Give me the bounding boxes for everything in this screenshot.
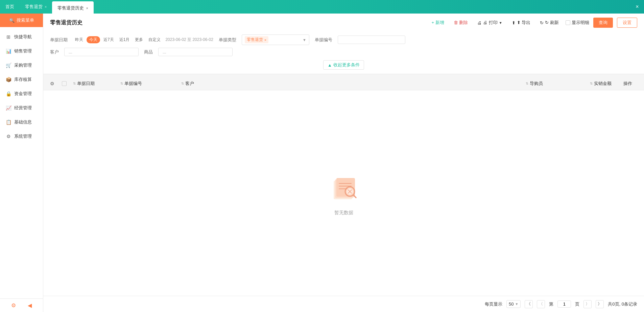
customer-filter-select[interactable]: ...	[64, 48, 139, 56]
sort-icon-customer: ⇅	[181, 82, 184, 85]
th-guide-label: 导购员	[530, 81, 543, 87]
tab-retail-return[interactable]: 零售退货 ×	[20, 0, 52, 14]
th-date-label: 单据日期	[77, 81, 95, 87]
settings-button[interactable]: 设置	[617, 18, 637, 28]
page-unit: 页	[575, 301, 579, 307]
collapse-button[interactable]: ▲ 收起更多条件	[323, 60, 364, 70]
new-button[interactable]: + 新增	[429, 18, 447, 27]
sidebar-item-quick-nav-label: 快捷导航	[14, 34, 32, 40]
collapse-sidebar-icon[interactable]: ◀	[28, 302, 32, 309]
page-label: 第	[549, 301, 553, 307]
sidebar-item-system-mgmt-label: 系统管理	[14, 133, 32, 139]
collapse-row: ▲ 收起更多条件	[50, 59, 637, 70]
print-label: 🖨 打印	[483, 20, 498, 26]
page-title-bar: 零售退货历史 + 新增 🗑 删除 🖨 🖨 打印 ▼ ⬆ ⬆ 导出 ↻	[50, 18, 637, 28]
date-btn-7days[interactable]: 近7天	[101, 36, 116, 43]
date-btn-custom[interactable]: 自定义	[146, 36, 163, 43]
export-button[interactable]: ⬆ ⬆ 导出	[509, 18, 533, 27]
sidebar-search[interactable]: 🔍 搜索菜单	[0, 14, 43, 27]
th-docnum[interactable]: ⇅ 单据编号	[118, 81, 178, 87]
type-filter-label: 单据类型	[219, 37, 236, 43]
top-bar: 首页 零售退货 × 零售退货历史 × ×	[0, 0, 644, 14]
tab-retail-return-history-close[interactable]: ×	[86, 6, 88, 10]
finance-icon: 🔒	[5, 91, 11, 97]
th-action-label: 操作	[623, 81, 632, 87]
export-icon: ⬆	[512, 20, 516, 25]
sidebar-item-basic-info-label: 基础信息	[14, 119, 32, 125]
show-detail-checkbox[interactable]	[566, 20, 570, 25]
select-all-checkbox[interactable]	[62, 81, 67, 86]
docnum-filter-input[interactable]	[338, 36, 405, 44]
content-area: 零售退货历史 + 新增 🗑 删除 🖨 🖨 打印 ▼ ⬆ ⬆ 导出 ↻	[43, 14, 644, 312]
sidebar-item-basic-info[interactable]: 📋 基础信息	[0, 115, 43, 129]
goods-filter-select[interactable]: ...	[158, 48, 233, 56]
tab-retail-return-history[interactable]: 零售退货历史 ×	[52, 1, 93, 15]
sidebar-item-sales-mgmt[interactable]: 📊 销售管理	[0, 44, 43, 58]
refresh-label: ↻ 刷新	[545, 20, 559, 26]
per-page-value: 50	[509, 302, 514, 307]
last-page-button[interactable]: 》	[596, 300, 604, 308]
first-page-button[interactable]: 《	[525, 300, 533, 308]
date-btn-yesterday[interactable]: 昨天	[73, 36, 85, 43]
docnum-filter-label: 单据编号	[315, 37, 332, 43]
date-filter-label: 单据日期	[50, 37, 68, 43]
page-header: 零售退货历史 + 新增 🗑 删除 🖨 🖨 打印 ▼ ⬆ ⬆ 导出 ↻	[43, 14, 644, 74]
date-btn-more[interactable]: 更多	[133, 36, 145, 43]
tab-retail-return-close[interactable]: ×	[45, 5, 47, 9]
refresh-button[interactable]: ↻ ↻ 刷新	[537, 18, 562, 27]
table-container: ⚙ ⇅ 单据日期 ⇅ 单据编号 ⇅ 客户 ⇅ 导购员	[43, 77, 644, 312]
sidebar-search-label: 搜索菜单	[17, 17, 34, 23]
print-button[interactable]: 🖨 🖨 打印 ▼	[475, 18, 505, 27]
th-customer-label: 客户	[185, 81, 194, 87]
th-docnum-label: 单据编号	[124, 81, 142, 87]
main-layout: 🔍 搜索菜单 ⊞ 快捷导航 📊 销售管理 🛒 采购管理 📦 库存核算 🔒	[0, 14, 644, 312]
customer-filter-label: 客户	[50, 49, 59, 55]
tab-home[interactable]: 首页	[0, 0, 20, 14]
prev-page-button[interactable]: 〈	[537, 300, 545, 308]
purchase-mgmt-icon: 🛒	[5, 62, 11, 68]
settings-bottom-icon[interactable]: ⚙	[11, 302, 16, 309]
print-icon: 🖨	[477, 20, 482, 25]
window-close-button[interactable]: ×	[630, 0, 644, 14]
page-number-input[interactable]	[557, 300, 571, 308]
th-guide[interactable]: ⇅ 导购员	[523, 81, 574, 87]
toolbar: + 新增 🗑 删除 🖨 🖨 打印 ▼ ⬆ ⬆ 导出 ↻ ↻ 刷新	[429, 18, 637, 28]
sidebar: 🔍 搜索菜单 ⊞ 快捷导航 📊 销售管理 🛒 采购管理 📦 库存核算 🔒	[0, 14, 43, 312]
th-amount[interactable]: ⇅ 实销金额	[574, 81, 614, 87]
table-header: ⚙ ⇅ 单据日期 ⇅ 单据编号 ⇅ 客户 ⇅ 导购员	[43, 77, 644, 90]
next-page-button[interactable]: 〉	[583, 300, 592, 308]
th-date[interactable]: ⇅ 单据日期	[70, 81, 118, 87]
sidebar-item-purchase-mgmt[interactable]: 🛒 采购管理	[0, 58, 43, 72]
sidebar-item-quick-nav[interactable]: ⊞ 快捷导航	[0, 30, 43, 44]
per-page-select[interactable]: 50 ▼	[506, 300, 521, 308]
date-btn-1month[interactable]: 近1月	[117, 36, 132, 43]
sidebar-item-system-mgmt[interactable]: ⚙ 系统管理	[0, 129, 43, 143]
filter-row-1: 单据日期 昨天 今天 近7天 近1月 更多 自定义 2023-06-02 至 2…	[50, 35, 637, 45]
date-filter-btns: 昨天 今天 近7天 近1月 更多 自定义 2023-06-02 至 2023-0…	[73, 36, 213, 43]
sort-icon-guide: ⇅	[526, 82, 528, 85]
table-settings-icon[interactable]: ⚙	[46, 81, 58, 86]
collapse-icon: ▲	[328, 63, 332, 68]
date-btn-today[interactable]: 今天	[87, 36, 100, 43]
inventory-icon: 📦	[5, 76, 11, 83]
sidebar-item-inventory[interactable]: 📦 库存核算	[0, 72, 43, 87]
query-button[interactable]: 查询	[593, 18, 613, 28]
type-filter-select[interactable]: 零售退货 × ▼	[242, 35, 309, 45]
table-select-all[interactable]	[58, 81, 70, 86]
operations-icon: 📈	[5, 105, 11, 111]
search-icon: 🔍	[9, 18, 15, 23]
sidebar-item-finance[interactable]: 🔒 资金管理	[0, 87, 43, 101]
delete-button[interactable]: 🗑 删除	[451, 18, 471, 27]
th-action: 操作	[614, 81, 641, 87]
th-customer[interactable]: ⇅ 客户	[178, 81, 523, 87]
sort-icon-docnum: ⇅	[120, 82, 123, 85]
filter-area: 单据日期 昨天 今天 近7天 近1月 更多 自定义 2023-06-02 至 2…	[50, 32, 637, 74]
sidebar-item-operations[interactable]: 📈 经营管理	[0, 101, 43, 115]
type-tag-label: 零售退货	[247, 37, 263, 43]
sort-icon-amount: ⇅	[590, 82, 593, 85]
sidebar-item-inventory-label: 库存核算	[14, 76, 32, 83]
print-dropdown-icon: ▼	[499, 21, 502, 25]
type-tag-close[interactable]: ×	[264, 38, 266, 42]
sort-icon-date: ⇅	[73, 82, 76, 85]
empty-text: 暂无数据	[334, 210, 353, 216]
